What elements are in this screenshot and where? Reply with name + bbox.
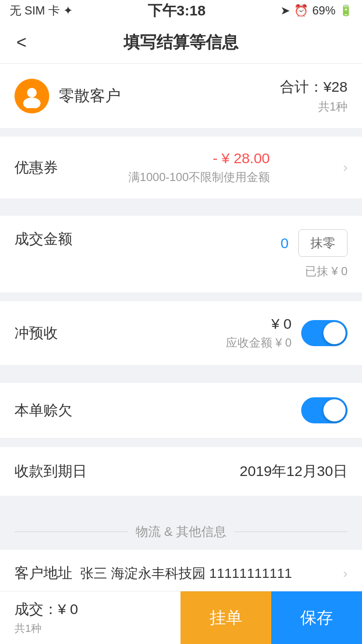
address-row[interactable]: 客户地址 张三 海淀永丰科技园 11111111111 ›: [0, 550, 362, 597]
coupon-chevron-icon: ›: [343, 160, 348, 175]
due-date-row: 收款到期日 2019年12月30日: [0, 447, 362, 496]
bottom-info: 成交：¥ 0 共1种: [0, 600, 181, 636]
svg-point-0: [27, 88, 37, 98]
customer-name: 零散客户: [59, 85, 121, 107]
customer-total: 合计：¥28: [280, 77, 348, 97]
address-label: 客户地址: [14, 563, 72, 583]
avatar: [14, 79, 49, 113]
bottom-bar: 成交：¥ 0 共1种 挂单 保存: [0, 591, 362, 644]
hold-button[interactable]: 挂单: [181, 591, 271, 644]
credit-label: 本单赊欠: [14, 401, 72, 420]
due-date-value: 2019年12月30日: [240, 462, 348, 481]
save-button[interactable]: 保存: [271, 591, 362, 644]
user-icon: [20, 84, 44, 108]
logistics-label: 物流 & 其他信息: [136, 523, 226, 540]
coupon-label: 优惠券: [14, 158, 58, 178]
status-bar: 无 SIM 卡 ✦ 下午3:18 ➤ ⏰ 69% 🔋: [0, 0, 362, 21]
status-left: 无 SIM 卡 ✦: [10, 3, 73, 18]
svg-point-1: [23, 98, 41, 108]
address-value: 张三 海淀永丰科技园 11111111111: [72, 564, 343, 583]
logistics-header: 物流 & 其他信息: [0, 514, 362, 550]
divider-2: [0, 374, 362, 383]
prepaid-sub: 应收金额 ¥ 0: [226, 335, 292, 350]
prepaid-value: ¥ 0: [226, 316, 292, 332]
back-button[interactable]: <: [12, 28, 31, 57]
deal-amount-value: 0: [280, 235, 289, 252]
prepaid-toggle[interactable]: [301, 320, 348, 346]
customer-row: 零散客户 合计：¥28 共1种: [0, 64, 362, 128]
battery-icon: 🔋: [339, 4, 352, 17]
customer-count: 共1种: [280, 99, 348, 114]
location-icon: ➤: [280, 4, 290, 17]
due-date-label: 收款到期日: [14, 462, 87, 481]
customer-info: 零散客户: [14, 79, 121, 113]
coupon-discount: - ¥ 28.00: [128, 150, 270, 167]
prepaid-label: 冲预收: [14, 323, 58, 343]
alarm-icon: ⏰: [294, 4, 308, 17]
page-title: 填写结算等信息: [124, 31, 238, 54]
deal-amount-row: 成交金额 0 抹零 已抹 ¥ 0: [0, 216, 362, 293]
status-time: 下午3:18: [148, 1, 206, 21]
coupon-right: - ¥ 28.00 满1000-100不限制使用金额: [128, 150, 270, 185]
prepaid-offset-row: 冲预收 ¥ 0 应收金额 ¥ 0: [0, 301, 362, 365]
bottom-deal-prefix: 成交：: [14, 601, 58, 617]
address-chevron-icon: ›: [343, 566, 348, 581]
coupon-description: 满1000-100不限制使用金额: [128, 169, 270, 185]
bottom-deal: 成交：¥ 0: [14, 600, 166, 619]
content: 零散客户 合计：¥28 共1种 优惠券 - ¥ 28.00 满1000-100不…: [0, 64, 362, 644]
deal-amount-label: 成交金额: [14, 229, 72, 249]
bottom-count: 共1种: [14, 621, 166, 636]
divider-1: [0, 207, 362, 216]
bottom-deal-value: ¥ 0: [58, 601, 78, 617]
battery-label: 69%: [312, 4, 335, 17]
sim-label: 无 SIM 卡 ✦: [10, 3, 73, 18]
divider-3: [0, 505, 362, 514]
coupon-row[interactable]: 优惠券 - ¥ 28.00 满1000-100不限制使用金额 ›: [0, 137, 362, 198]
customer-total-section: 合计：¥28 共1种: [280, 77, 348, 114]
deal-amount-sub: 已抹 ¥ 0: [305, 264, 348, 279]
round-zero-button[interactable]: 抹零: [298, 229, 348, 257]
status-right: ➤ ⏰ 69% 🔋: [280, 4, 352, 17]
credit-toggle[interactable]: [301, 397, 348, 423]
credit-row: 本单赊欠: [0, 383, 362, 438]
nav-bar: < 填写结算等信息: [0, 21, 362, 64]
